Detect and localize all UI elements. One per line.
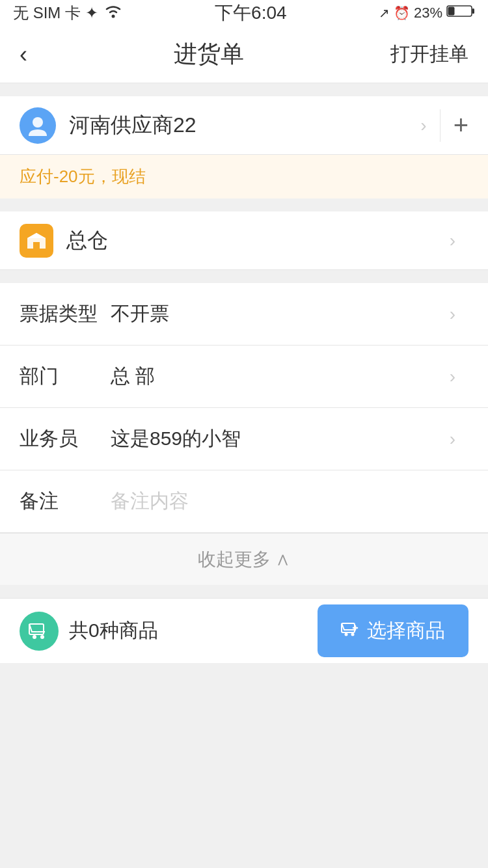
supplier-arrow-icon: › <box>420 115 426 136</box>
svg-point-0 <box>111 15 115 18</box>
product-cart-icon <box>20 612 59 651</box>
invoice-arrow-icon: › <box>450 304 455 325</box>
vertical-divider <box>440 109 441 142</box>
svg-rect-2 <box>472 8 475 14</box>
status-bar: 无 SIM 卡 ✦ 下午6:04 ↗ ⏰ 23% <box>0 0 488 26</box>
section-gap-1 <box>0 83 488 96</box>
form-section: 票据类型 不开票 › 部门 总 部 › 业务员 这是859的小智 › 备注 备注… <box>0 283 488 585</box>
department-arrow-icon: › <box>450 366 455 387</box>
warehouse-name: 总仓 <box>66 226 450 255</box>
salesperson-row[interactable]: 业务员 这是859的小智 › <box>0 408 488 470</box>
svg-point-7 <box>33 635 36 639</box>
supplier-section: 河南供应商22 › + 应付-20元，现结 <box>0 96 488 198</box>
invoice-type-value: 不开票 <box>111 301 450 327</box>
nav-bar: ‹ 进货单 打开挂单 <box>0 26 488 83</box>
salesperson-value: 这是859的小智 <box>111 426 450 452</box>
bottom-bar: 共0种商品 选择商品 <box>0 598 488 663</box>
department-row[interactable]: 部门 总 部 › <box>0 346 488 408</box>
back-button[interactable]: ‹ <box>20 41 27 68</box>
warehouse-arrow-icon: › <box>450 230 455 251</box>
gray-background <box>0 663 488 858</box>
sim-label: 无 SIM 卡 ✦ <box>13 3 98 23</box>
svg-point-4 <box>33 117 43 128</box>
battery-label: 23% <box>414 5 442 21</box>
svg-rect-5 <box>33 242 40 249</box>
salesperson-label: 业务员 <box>20 426 111 452</box>
salesperson-arrow-icon: › <box>450 429 455 450</box>
battery-icon <box>446 4 475 22</box>
section-gap-2 <box>0 198 488 211</box>
wifi-icon <box>103 4 123 22</box>
status-left: 无 SIM 卡 ✦ <box>13 3 123 23</box>
select-product-icon <box>341 620 360 642</box>
collapse-bar[interactable]: 收起更多 ∧ <box>0 533 488 585</box>
select-product-label: 选择商品 <box>367 617 445 644</box>
notice-bar: 应付-20元，现结 <box>0 155 488 198</box>
add-supplier-button[interactable]: + <box>454 111 468 140</box>
invoice-type-label: 票据类型 <box>20 301 111 327</box>
svg-point-11 <box>351 632 355 636</box>
remark-label: 备注 <box>20 488 111 515</box>
location-icon: ↗ <box>379 5 390 21</box>
supplier-name: 河南供应商22 <box>69 111 420 140</box>
time-display: 下午6:04 <box>215 1 287 25</box>
alarm-icon: ⏰ <box>394 5 410 21</box>
warehouse-icon <box>20 224 53 258</box>
department-label: 部门 <box>20 363 111 390</box>
page-title: 进货单 <box>174 38 244 70</box>
warehouse-row[interactable]: 总仓 › <box>0 211 488 270</box>
svg-point-10 <box>345 632 348 636</box>
collapse-label: 收起更多 ∧ <box>198 547 291 572</box>
select-product-button[interactable]: 选择商品 <box>318 604 468 657</box>
svg-point-8 <box>40 635 44 639</box>
supplier-row[interactable]: 河南供应商22 › + <box>0 96 488 155</box>
product-count-label: 共0种商品 <box>69 617 318 644</box>
department-value: 总 部 <box>111 363 450 390</box>
section-gap-3 <box>0 270 488 283</box>
open-pending-button[interactable]: 打开挂单 <box>390 41 468 68</box>
section-gap-4 <box>0 585 488 598</box>
status-right: ↗ ⏰ 23% <box>379 4 475 22</box>
remark-row[interactable]: 备注 备注内容 <box>0 470 488 533</box>
notice-text: 应付-20元，现结 <box>20 167 146 186</box>
remark-input[interactable]: 备注内容 <box>111 488 468 515</box>
svg-rect-3 <box>448 7 455 16</box>
invoice-type-row[interactable]: 票据类型 不开票 › <box>0 283 488 346</box>
supplier-avatar <box>20 107 56 144</box>
